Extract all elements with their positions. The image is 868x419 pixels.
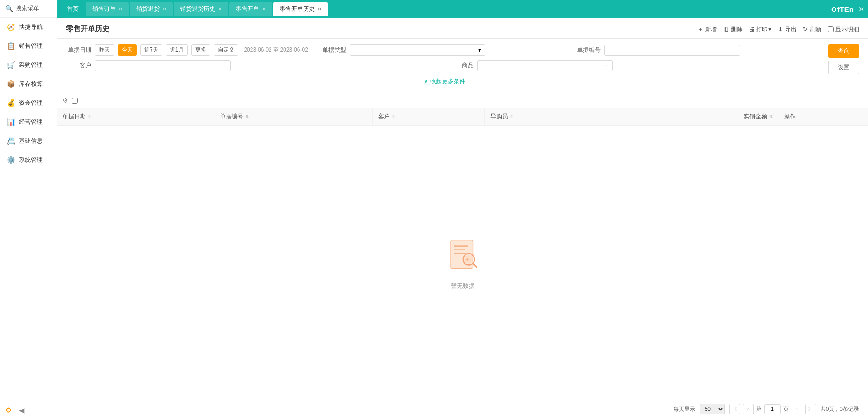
col-date[interactable]: 单据日期 ⇅	[57, 108, 214, 126]
date-options: 昨天 今天 近7天 近1月 更多 自定义 2023-06-02 至 2023-0…	[95, 44, 313, 56]
display-detail-input[interactable]	[828, 26, 834, 32]
pagination: 每页显示 50 20 100 《 ‹ 第 页 › 》 共0页，0条记录	[57, 399, 868, 419]
tab-retail-open-label: 零售开单	[236, 5, 259, 13]
empty-illustration	[442, 234, 483, 275]
col-number[interactable]: 单据编号 ⇅	[214, 108, 373, 126]
col-customer[interactable]: 客户 ⇅	[373, 108, 485, 126]
tab-home[interactable]: 首页	[61, 2, 85, 16]
date-filter-group: 单据日期 昨天 今天 近7天 近1月 更多 自定义 2023-06-02 至 2…	[66, 44, 313, 56]
tab-retail-history-close[interactable]: ✕	[318, 6, 322, 12]
baseinfo-icon: 📇	[7, 137, 15, 145]
sidebar-item-quick-nav[interactable]: 🧭 快捷导航	[0, 18, 57, 37]
tab-bar-right: OfTEn ✕	[831, 5, 864, 14]
date-btn-yesterday[interactable]: 昨天	[95, 44, 114, 56]
last-page-button[interactable]: 》	[805, 404, 816, 414]
sidebar-item-purchase-mgmt[interactable]: 🛒 采购管理	[0, 56, 57, 75]
sidebar-item-base-info[interactable]: 📇 基础信息	[0, 132, 57, 151]
display-detail-checkbox[interactable]: 显示明细	[828, 25, 859, 33]
customer-input-wrapper: ···	[95, 60, 231, 71]
collapse-sidebar-icon[interactable]: ◀	[19, 406, 24, 414]
sidebar-item-label: 库存核算	[19, 80, 43, 88]
col-guide[interactable]: 导购员 ⇅	[485, 108, 620, 126]
first-page-button[interactable]: 《	[729, 404, 740, 414]
tab-retail-history[interactable]: 零售开单历史 ✕	[273, 2, 328, 16]
sidebar-item-label: 销售管理	[19, 42, 43, 50]
next-page-button[interactable]: ›	[792, 404, 802, 414]
tab-bar: 首页 销售订单 ✕ 销货退货 ✕ 销货退货历史 ✕ 零售开单 ✕ 零售开单历史 …	[57, 0, 868, 18]
tab-retail-open-close[interactable]: ✕	[262, 6, 266, 12]
sidebar-item-operations[interactable]: 📊 经营管理	[0, 113, 57, 132]
sidebar-item-label: 基础信息	[19, 137, 43, 145]
sidebar-item-sys-mgmt[interactable]: ⚙️ 系统管理	[0, 151, 57, 169]
brand-label: OfTEn	[831, 5, 854, 13]
type-label: 单据类型	[321, 46, 346, 54]
customer-picker-icon[interactable]: ···	[222, 62, 227, 69]
col-amount-label: 实销金额	[744, 113, 767, 121]
col-amount[interactable]: 实销金额 ⇅	[620, 108, 778, 126]
filter-row-2: 客户 ··· 商品 ···	[66, 60, 823, 71]
search-icon: 🔍	[5, 5, 13, 12]
sidebar-item-sales-mgmt[interactable]: 📋 销售管理	[0, 37, 57, 56]
delete-icon: 🗑	[723, 26, 729, 33]
query-button[interactable]: 查询	[828, 44, 859, 58]
current-page-input[interactable]	[764, 404, 781, 414]
date-btn-more[interactable]: 更多	[191, 44, 210, 56]
setting-button[interactable]: 设置	[828, 61, 859, 74]
pagination-nav: 《 ‹ 第 页 › 》	[729, 404, 816, 414]
type-filter-group: 单据类型 ▾	[321, 44, 568, 56]
sidebar-item-finance[interactable]: 💰 资金管理	[0, 94, 57, 113]
date-btn-7days[interactable]: 近7天	[140, 44, 162, 56]
window-close-icon[interactable]: ✕	[859, 5, 864, 14]
col-action-label: 操作	[784, 113, 796, 120]
tab-sales-order-close[interactable]: ✕	[119, 6, 123, 12]
goods-picker-icon[interactable]: ···	[604, 62, 608, 69]
main-area: 首页 销售订单 ✕ 销货退货 ✕ 销货退货历史 ✕ 零售开单 ✕ 零售开单历史 …	[57, 0, 868, 419]
prev-page-button[interactable]: ‹	[743, 404, 754, 414]
sales-icon: 📋	[7, 42, 15, 50]
goods-input[interactable]	[481, 62, 604, 69]
sidebar-search[interactable]: 🔍 搜索采单	[0, 0, 57, 18]
customer-label: 客户	[66, 61, 91, 70]
export-button[interactable]: ⬇ 导出	[778, 25, 797, 33]
date-label: 单据日期	[66, 46, 91, 54]
toolbar: ＋ 新增 🗑 删除 🖨 打印 ▾ ⬇ 导出 ↻ 刷新	[697, 25, 859, 33]
date-btn-custom[interactable]: 自定义	[214, 44, 238, 56]
table-toolbar: ⚙	[57, 93, 868, 108]
customer-input[interactable]	[99, 62, 222, 69]
sidebar-item-label: 系统管理	[19, 156, 43, 164]
tab-sales-order-label: 销售订单	[92, 5, 116, 13]
tab-sales-return-close[interactable]: ✕	[162, 6, 166, 12]
tab-sales-return-history[interactable]: 销货退货历史 ✕	[174, 2, 228, 16]
table-header: 单据日期 ⇅ 单据编号 ⇅ 客户	[57, 108, 868, 126]
date-btn-today[interactable]: 今天	[118, 44, 137, 56]
filter-area: 单据日期 昨天 今天 近7天 近1月 更多 自定义 2023-06-02 至 2…	[57, 39, 868, 93]
refresh-button[interactable]: ↻ 刷新	[803, 25, 821, 33]
compass-icon: 🧭	[7, 23, 15, 31]
svg-rect-1	[454, 245, 468, 247]
date-btn-1month[interactable]: 近1月	[166, 44, 188, 56]
tab-sales-return-history-close[interactable]: ✕	[218, 6, 222, 12]
purchase-icon: 🛒	[7, 61, 15, 69]
collapse-filter-btn[interactable]: ∧ 收起更多条件	[66, 75, 823, 87]
tab-retail-history-label: 零售开单历史	[280, 5, 315, 13]
number-label: 单据编号	[575, 46, 601, 54]
settings-gear-icon[interactable]: ⚙	[5, 406, 12, 414]
sidebar-item-inventory[interactable]: 📦 库存核算	[0, 75, 57, 94]
number-input[interactable]	[608, 47, 736, 53]
tab-retail-open[interactable]: 零售开单 ✕	[229, 2, 272, 16]
delete-button[interactable]: 🗑 删除	[723, 25, 743, 33]
type-select[interactable]: ▾	[350, 44, 485, 56]
print-button[interactable]: 🖨 打印 ▾	[749, 25, 772, 33]
tab-home-label: 首页	[67, 5, 79, 13]
per-page-select[interactable]: 50 20 100	[700, 404, 725, 414]
tab-sales-return[interactable]: 销货退货 ✕	[130, 2, 173, 16]
select-all-checkbox[interactable]	[72, 98, 78, 104]
filter-section: 单据日期 昨天 今天 近7天 近1月 更多 自定义 2023-06-02 至 2…	[66, 44, 859, 87]
tab-sales-order[interactable]: 销售订单 ✕	[86, 2, 129, 16]
page-header: 零售开单历史 ＋ 新增 🗑 删除 🖨 打印 ▾ ⬇ 导出	[57, 18, 868, 39]
add-button[interactable]: ＋ 新增	[697, 25, 717, 33]
table-settings-icon[interactable]: ⚙	[62, 97, 68, 104]
date-range-display: 2023-06-02 至 2023-06-02	[244, 46, 308, 54]
page-summary: 共0页，0条记录	[821, 405, 859, 413]
delete-label: 删除	[731, 25, 743, 33]
